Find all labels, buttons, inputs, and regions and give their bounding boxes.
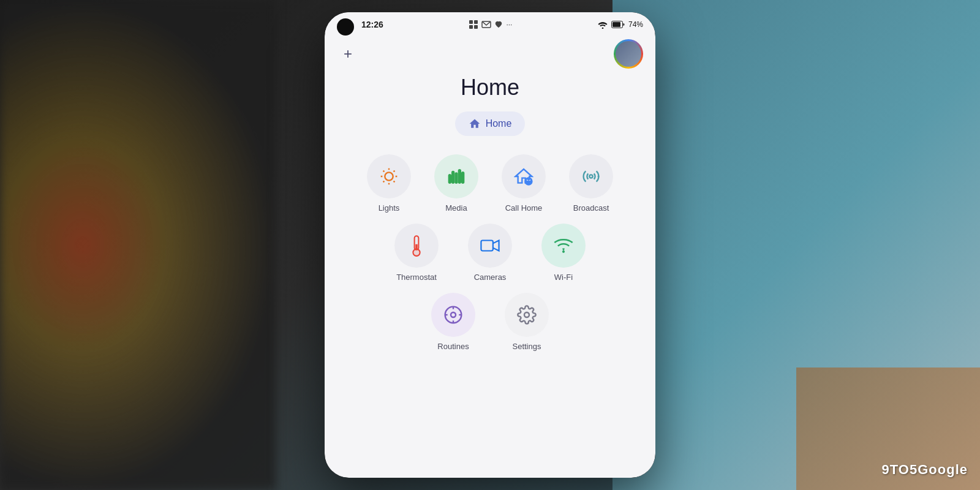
lights-button[interactable]: Lights bbox=[361, 154, 417, 213]
notification-icons: ··· bbox=[469, 20, 512, 29]
svg-point-5 bbox=[602, 28, 604, 29]
cameras-icon bbox=[480, 236, 500, 255]
battery-percentage: 74% bbox=[628, 20, 643, 29]
avatar-inner bbox=[616, 41, 641, 67]
svg-rect-9 bbox=[449, 175, 451, 183]
svg-rect-0 bbox=[469, 20, 473, 24]
svg-point-29 bbox=[524, 312, 529, 317]
home-chip-label: Home bbox=[486, 118, 512, 129]
broadcast-label: Broadcast bbox=[573, 203, 609, 213]
svg-point-16 bbox=[589, 175, 592, 178]
svg-point-19 bbox=[413, 249, 420, 256]
routines-icon-circle bbox=[431, 293, 475, 337]
routines-label: Routines bbox=[437, 342, 469, 351]
thermostat-button[interactable]: Thermostat bbox=[389, 224, 444, 282]
broadcast-icon bbox=[581, 167, 601, 186]
mail-icon bbox=[481, 20, 491, 29]
watermark: 9TO5Google bbox=[882, 462, 968, 478]
status-icons: 74% bbox=[598, 20, 643, 29]
broadcast-button[interactable]: Broadcast bbox=[564, 154, 619, 213]
lights-icon-circle bbox=[367, 154, 411, 198]
svg-point-22 bbox=[562, 251, 565, 253]
home-chip-icon bbox=[469, 118, 481, 130]
settings-icon-circle bbox=[505, 293, 549, 337]
thermostat-label: Thermostat bbox=[396, 273, 437, 282]
avatar[interactable] bbox=[614, 39, 643, 69]
svg-rect-2 bbox=[469, 25, 473, 29]
heart-icon bbox=[494, 20, 503, 29]
settings-icon bbox=[517, 305, 537, 325]
svg-rect-13 bbox=[462, 172, 464, 183]
cameras-icon-circle bbox=[468, 224, 512, 268]
app-content: + Home Home bbox=[325, 33, 655, 478]
wifi-button[interactable]: Wi-Fi bbox=[536, 224, 591, 282]
call-home-button[interactable]: Call Home bbox=[496, 154, 551, 213]
top-bar: + bbox=[337, 39, 643, 69]
routines-icon bbox=[443, 305, 463, 325]
call-home-label: Call Home bbox=[505, 203, 543, 213]
row-1: Lights Media bbox=[337, 154, 643, 213]
svg-rect-11 bbox=[456, 173, 458, 183]
call-home-icon bbox=[514, 167, 533, 186]
status-bar: 12:26 bbox=[325, 12, 655, 33]
page-title: Home bbox=[461, 75, 519, 100]
status-time: 12:26 bbox=[361, 20, 383, 29]
wifi-status-icon bbox=[598, 20, 608, 29]
camera-hole bbox=[337, 18, 354, 36]
svg-rect-1 bbox=[474, 20, 478, 24]
phone-screen: 12:26 bbox=[325, 12, 655, 478]
cameras-label: Cameras bbox=[474, 273, 507, 282]
media-label: Media bbox=[445, 203, 467, 213]
svg-rect-12 bbox=[459, 170, 461, 183]
thermostat-icon bbox=[408, 235, 425, 257]
svg-point-15 bbox=[528, 178, 530, 180]
settings-button[interactable]: Settings bbox=[499, 293, 554, 351]
bg-left bbox=[0, 0, 276, 490]
wifi-label: Wi-Fi bbox=[554, 273, 573, 282]
svg-rect-7 bbox=[612, 22, 620, 27]
routines-button[interactable]: Routines bbox=[426, 293, 481, 351]
wifi-icon bbox=[553, 237, 574, 254]
thermostat-icon-circle bbox=[394, 224, 439, 268]
settings-label: Settings bbox=[513, 342, 541, 351]
wifi-icon-circle bbox=[541, 224, 586, 268]
add-button[interactable]: + bbox=[337, 43, 359, 65]
cameras-button[interactable]: Cameras bbox=[462, 224, 518, 282]
media-icon bbox=[447, 167, 466, 186]
dots-icon: ··· bbox=[506, 20, 512, 29]
svg-rect-3 bbox=[474, 25, 478, 29]
battery-status-icon bbox=[611, 21, 625, 28]
row-3: Routines Settings bbox=[337, 293, 643, 351]
grid-icon bbox=[469, 20, 478, 29]
svg-point-24 bbox=[451, 312, 456, 317]
media-icon-circle bbox=[434, 154, 478, 198]
row-2: Thermostat Cameras bbox=[337, 224, 643, 282]
media-button[interactable]: Media bbox=[429, 154, 484, 213]
call-home-icon-circle bbox=[502, 154, 546, 198]
broadcast-icon-circle bbox=[569, 154, 613, 198]
home-chip[interactable]: Home bbox=[455, 111, 526, 136]
svg-rect-21 bbox=[481, 241, 492, 251]
scene: 9TO5Google 12:26 bbox=[0, 0, 980, 490]
add-icon: + bbox=[344, 45, 352, 62]
phone-frame: 12:26 bbox=[325, 12, 655, 478]
svg-rect-10 bbox=[452, 172, 454, 183]
svg-point-8 bbox=[385, 172, 393, 180]
lights-label: Lights bbox=[379, 203, 400, 213]
lights-icon bbox=[379, 167, 399, 186]
